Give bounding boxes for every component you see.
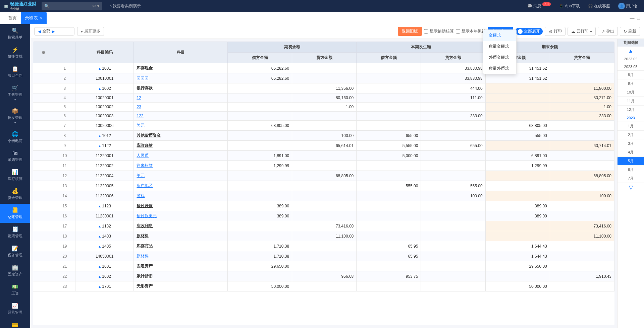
row-subject[interactable]: 原材料 [134,251,228,261]
sidebar-item-expense[interactable]: 💳 小畅报销 [0,318,30,328]
period-item-0[interactable]: 2023.05 [618,55,644,63]
sidebar-item-search[interactable]: 🔍 搜索菜单 [0,24,30,43]
row-subject[interactable]: 应收账款 [134,141,228,151]
row-subject[interactable]: 库存商品 [134,241,228,251]
show-ytd-check[interactable]: 显示本年累计 [456,28,486,34]
toolbar: ◀ 全部 ▶ ▾ 展开更多 退回旧版 显示辅助核算 显示本年累计 金额 [30,24,644,39]
show-assist-check[interactable]: 显示辅助核算 [424,28,454,34]
period-item-9month[interactable]: 9月 [618,79,644,88]
row-subject[interactable]: 所在地区 [134,181,228,191]
period-item-11month[interactable]: 11月 [618,97,644,106]
row-subject[interactable]: 人民币 [134,151,228,161]
sidebar-item-assets[interactable]: 🏢 固定资产 [0,261,30,280]
row-subject[interactable]: 库存现金 [134,63,228,73]
dropdown-item-3[interactable]: 数量外币式 [483,63,516,74]
top-bar-right: 💬 消息 99+ 📱 App下载 🎧 在线客服 👤 用户名 [525,3,640,9]
row-amount-0 [227,181,292,191]
sidebar-item-fund[interactable]: 💰 资金管理 [0,185,30,204]
period-item-3month[interactable]: 3月 [618,139,644,148]
row-subject[interactable]: 固定资产 [134,261,228,271]
tab-max-btn[interactable]: □ [637,15,640,21]
refresh-btn[interactable]: ↻ 刷新 [620,27,640,36]
table-row: 1611230001预付款美元389.00389.00 [33,211,614,221]
search-bar[interactable]: 🔍 ⚙ ▾ [42,2,102,10]
dropdown-icon[interactable]: ▾ [97,4,99,8]
row-amount-2: 555.00 [357,181,421,191]
sidebar-item-project[interactable]: 📋 项目合同 [0,62,30,81]
row-subject[interactable]: 无形资产 [134,281,228,291]
sidebar-item-ecommerce[interactable]: 🌐 小畅电商 [0,128,30,147]
row-subject[interactable]: 23 [134,103,228,112]
tab-min-btn[interactable]: — [630,15,635,21]
sidebar-item-tax[interactable]: 📝 税务管理 [0,242,30,261]
row-subject[interactable]: 累计折旧 [134,271,228,281]
row-amount-2: 65.95 [357,241,421,251]
row-subject[interactable]: 游戏 [134,191,228,201]
period-item-2023[interactable]: 2023 [618,114,644,122]
settings-icon[interactable]: ⚙ [92,4,96,8]
row-subject[interactable]: 122 [134,112,228,121]
sidebar-item-wholesale[interactable]: 📦 批发管理 ▾ [0,105,30,128]
period-item-10month[interactable]: 10月 [618,88,644,97]
expand-btn[interactable]: ▾ 展开更多 [77,27,104,36]
row-subject[interactable]: 原材料 [134,231,228,241]
row-subject[interactable]: 银行存款 [134,83,228,93]
sidebar-item-retail[interactable]: 🛒 零售管理 ▾ [0,81,30,105]
row-index: 20 [54,251,75,261]
assist-checkbox[interactable] [424,29,428,34]
message-btn[interactable]: 💬 消息 99+ [525,3,553,9]
user-btn[interactable]: 👤 用户名 [616,3,640,9]
dropdown-item-2[interactable]: 外币金额式 [483,52,516,63]
download-btn[interactable]: 📱 App下载 [557,3,582,9]
dropdown-item-0[interactable]: 金额式 [483,30,516,41]
row-subject[interactable]: 往来标签 [134,161,228,171]
sidebar-item-ledger[interactable]: 📒 总账管理 [0,204,30,223]
data-table-container[interactable]: ⚙ 科目编码 科目 期初余额 本期发生额 期末余额 借方金额 贷方金额 [33,42,614,325]
row-code: 10020003 [75,112,134,121]
service-btn[interactable]: 🎧 在线客服 [586,3,612,9]
sidebar-item-purchase[interactable]: 🛍 采购管理 [0,147,30,166]
row-subject[interactable]: 12 [134,93,228,103]
row-subject[interactable]: 其他货币资金 [134,131,228,141]
ytd-checkbox[interactable] [456,29,460,34]
column-settings-icon[interactable]: ⚙ [42,50,45,55]
tab-balance[interactable]: 余额表 × [21,12,47,24]
row-subject[interactable]: 应收利息 [134,221,228,231]
sidebar-item-payroll[interactable]: 💵 工资 [0,280,30,299]
period-item-1month[interactable]: 1月 [618,122,644,131]
search-input[interactable] [51,3,91,9]
period-item-2month[interactable]: 2月 [618,131,644,139]
row-index: 9 [54,141,75,151]
row-subject[interactable]: 美元 [134,171,228,181]
sidebar-item-invoice[interactable]: 🧾 发票管理 [0,223,30,242]
period-item-12month[interactable]: 12月 [618,106,644,114]
dropdown-item-1[interactable]: 数量金额式 [483,41,516,52]
period-item-4month[interactable]: 4月 [618,148,644,157]
row-subject[interactable]: 预付账款 [134,201,228,211]
sidebar-item-quicknav[interactable]: ⚡ 快捷导航 [0,43,30,62]
sidebar-item-operation[interactable]: 📈 经营管理 [0,299,30,318]
period-item-8month[interactable]: 8月 [618,71,644,79]
row-amount-4: 31,451.62 [485,73,550,83]
expand-all-toggle[interactable]: 全部展开 [515,28,543,35]
row-amount-4: 1,299.99 [485,161,550,171]
period-down-btn[interactable]: ▽ [618,183,644,192]
period-item-1[interactable]: 2023.05 [618,63,644,71]
tab-home[interactable]: 首页 [4,12,21,24]
sidebar-item-inventory[interactable]: 📊 库存核算 [0,166,30,185]
back-icon[interactable]: ◀ [38,29,41,34]
print-btn[interactable]: 🖨 打印 [545,27,566,36]
row-amount-0 [227,112,292,121]
period-item-6month[interactable]: 6月 [618,166,644,174]
cloud-print-btn[interactable]: ☁ 云打印 ▾ [568,27,596,36]
row-subject[interactable]: 美元 [134,121,228,131]
export-btn[interactable]: ↗ 导出 [598,27,618,36]
period-item-5month[interactable]: 5月 [618,157,644,166]
tab-close-btn[interactable]: × [40,16,43,20]
demo-btn[interactable]: ○ 我要看实例演示 [107,3,143,9]
period-item-7month[interactable]: 7月 [618,174,644,183]
row-subject[interactable]: 回回回 [134,73,228,83]
return-btn[interactable]: 退回旧版 [398,27,422,36]
row-subject[interactable]: 预付款美元 [134,211,228,221]
period-up-btn[interactable]: ▲ [618,47,644,55]
